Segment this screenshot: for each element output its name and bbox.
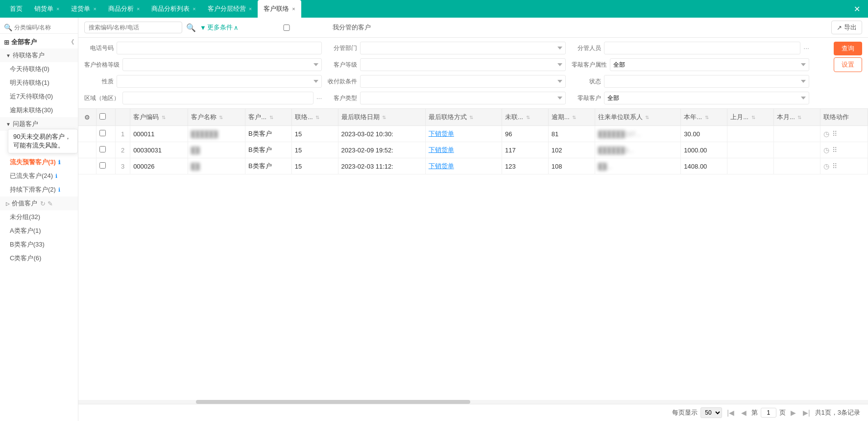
all-customers-header[interactable]: ⊞ 全部客户 《: [0, 36, 78, 49]
payment-select[interactable]: [360, 75, 565, 88]
status-label: 状态: [572, 77, 601, 86]
refresh-icon[interactable]: ↻: [40, 200, 46, 207]
first-page-btn[interactable]: |◀: [725, 409, 736, 417]
tab-analysis-list[interactable]: 商品分析列表 ×: [145, 0, 201, 18]
more-action-icon[interactable]: ⠿: [832, 146, 837, 154]
col-unit-contacts[interactable]: 往来单位联系人 ⇅: [595, 109, 681, 126]
col-last-month[interactable]: 上月... ⇅: [727, 109, 774, 126]
row-checkbox[interactable]: [96, 158, 116, 174]
per-page-select[interactable]: 50: [700, 407, 722, 418]
tab-analysis[interactable]: 商品分析 ×: [102, 0, 145, 18]
manager-input[interactable]: [604, 42, 801, 54]
tab-sales[interactable]: 销货单 ×: [28, 0, 65, 18]
select-all-checkbox[interactable]: [99, 113, 106, 120]
edit-icon[interactable]: ✎: [48, 200, 53, 207]
sidebar-item-today[interactable]: 今天待联络(0): [0, 62, 78, 76]
settings-button[interactable]: 设置: [834, 57, 862, 72]
col-type[interactable]: 客户... ⇅: [245, 109, 292, 126]
col-this-year[interactable]: 本年... ⇅: [681, 109, 727, 126]
sidebar-item-class-c[interactable]: C类客户(6): [0, 251, 78, 265]
filter-actions: 查询 设置: [834, 42, 862, 72]
sidebar-item-week[interactable]: 近7天待联络(0): [0, 90, 78, 103]
customer-level-select[interactable]: [360, 58, 565, 71]
sidebar-item-overdue[interactable]: 逾期未联络(30): [0, 103, 78, 117]
export-button[interactable]: ↗ 导出: [831, 21, 862, 34]
group-value-title: 价值客户: [12, 199, 37, 208]
zero-customer-select[interactable]: 全部: [604, 92, 809, 104]
next-page-btn[interactable]: ▶: [789, 409, 798, 417]
tab-analysis-list-close[interactable]: ×: [193, 6, 195, 12]
col-name[interactable]: 客户名称 ⇅: [188, 109, 245, 126]
contact-action-icon[interactable]: ◷: [823, 162, 829, 170]
arrow-icon: ▼: [6, 53, 11, 58]
sidebar-item-churned[interactable]: 已流失客户(24) ℹ: [0, 169, 78, 183]
col-contact[interactable]: 联络... ⇅: [291, 109, 338, 126]
group-problem-title: 问题客户: [13, 120, 38, 128]
row-last-method[interactable]: 下销货单: [425, 142, 502, 158]
zero-attr-select[interactable]: 全部: [610, 58, 809, 71]
sidebar-item-class-a[interactable]: A类客户(1): [0, 224, 78, 238]
row-last-method[interactable]: 下销货单: [425, 158, 502, 174]
col-this-month[interactable]: 本月... ⇅: [773, 109, 820, 126]
search-button[interactable]: 🔍: [186, 23, 196, 32]
sidebar-group-pending[interactable]: ▼ 待联络客户: [0, 49, 78, 62]
tab-customer-layer-close[interactable]: ×: [249, 6, 252, 12]
contact-action-icon[interactable]: ◷: [823, 130, 829, 138]
row-name: ██: [188, 142, 245, 158]
tab-purchase[interactable]: 进货单 ×: [65, 0, 102, 18]
more-conditions-button[interactable]: ▼ 更多条件 ∧: [200, 23, 239, 32]
more-action-icon[interactable]: ⠿: [832, 130, 837, 138]
row-checkbox[interactable]: [96, 126, 116, 142]
manager-dots[interactable]: ···: [803, 44, 809, 52]
col-not-contacted[interactable]: 未联... ⇅: [502, 109, 549, 126]
tab-purchase-close[interactable]: ×: [93, 6, 96, 12]
col-last-method[interactable]: 最后联络方式 ⇅: [425, 109, 502, 126]
window-close-btn[interactable]: ✕: [850, 4, 864, 14]
phone-input[interactable]: [117, 42, 322, 54]
col-last-date[interactable]: 最后联络日期 ⇅: [338, 109, 425, 126]
tab-customer-contact-close[interactable]: ×: [292, 6, 295, 12]
region-input[interactable]: [122, 92, 313, 104]
sidebar-search-input[interactable]: [14, 24, 74, 31]
last-page-btn[interactable]: ▶|: [801, 409, 812, 417]
tab-customer-contact[interactable]: 客户联络 ×: [258, 0, 301, 18]
region-dots[interactable]: ···: [316, 94, 322, 102]
table-scrollbar[interactable]: [78, 400, 868, 404]
page-input[interactable]: [761, 408, 776, 418]
row-checkbox[interactable]: [96, 142, 116, 158]
query-button[interactable]: 查询: [834, 42, 862, 55]
my-customers-checkbox[interactable]: [242, 25, 331, 31]
more-action-icon[interactable]: ⠿: [832, 162, 837, 170]
status-select[interactable]: [604, 75, 809, 88]
tab-analysis-label: 商品分析: [108, 4, 134, 13]
main-layout: 🔍 ⊞ 全部客户 《 ▼ 待联络客户 今天待联络(0) 明天待联络(1) 近7天…: [0, 18, 868, 421]
sidebar-group-value[interactable]: ▷ 价值客户 ↻ ✎: [0, 197, 78, 210]
sidebar-item-churn-warning[interactable]: 流失预警客户(3) ℹ: [0, 155, 78, 169]
price-level-select[interactable]: [122, 58, 322, 71]
dept-select[interactable]: [360, 42, 565, 54]
tab-home[interactable]: 首页: [4, 0, 28, 18]
prev-page-btn[interactable]: ◀: [739, 409, 748, 417]
row-last-method[interactable]: 下销货单: [425, 126, 502, 142]
search-input[interactable]: [84, 22, 182, 33]
contact-action-icon[interactable]: ◷: [823, 146, 829, 154]
row-last-date: 2023-02-03 11:12:: [338, 158, 425, 174]
tab-customer-layer-label: 客户分层经营: [208, 4, 246, 13]
customer-type-select[interactable]: [360, 92, 565, 104]
sidebar-collapse-btn[interactable]: 《: [68, 38, 74, 47]
my-customers-checkbox-label[interactable]: 我分管的客户: [242, 23, 371, 32]
tab-analysis-close[interactable]: ×: [137, 6, 140, 12]
nature-select[interactable]: [117, 75, 322, 88]
sidebar-item-tomorrow[interactable]: 明天待联络(1): [0, 76, 78, 90]
sidebar-item-declining[interactable]: 持续下滑客户(2) ℹ: [0, 183, 78, 197]
sidebar-item-class-b[interactable]: B类客户(33): [0, 238, 78, 251]
tab-sales-close[interactable]: ×: [56, 6, 59, 12]
sidebar-item-unclassified[interactable]: 未分组(32): [0, 210, 78, 224]
scrollbar-thumb[interactable]: [196, 400, 470, 404]
filter-toolbar: 🔍 ▼ 更多条件 ∧ 我分管的客户 ↗ 导出: [78, 18, 868, 38]
col-overdue[interactable]: 逾期... ⇅: [548, 109, 595, 126]
tab-customer-layer[interactable]: 客户分层经营 ×: [202, 0, 258, 18]
region-label: 区域（地区）: [84, 94, 120, 102]
col-code[interactable]: 客户编码 ⇅: [130, 109, 188, 126]
col-settings[interactable]: ⚙: [78, 109, 96, 126]
